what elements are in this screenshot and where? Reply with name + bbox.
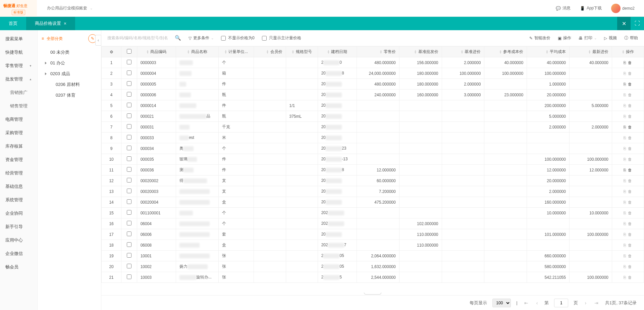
column-header[interactable]: ▲▼会员价	[254, 47, 286, 57]
row-checkbox[interactable]	[127, 124, 131, 129]
next-page-button[interactable]: ›	[583, 300, 588, 306]
prev-page-button[interactable]: ‹	[535, 300, 539, 306]
settings-icon[interactable]: ⚙	[110, 50, 113, 54]
delete-icon[interactable]: 🗑	[628, 189, 632, 194]
copy-icon[interactable]: ⎘	[624, 125, 626, 130]
delete-icon[interactable]: 🗑	[628, 232, 632, 237]
copy-icon[interactable]: ⎘	[624, 232, 626, 237]
copy-icon[interactable]: ⎘	[624, 103, 626, 108]
last-page-button[interactable]: ⇥	[593, 300, 600, 306]
sort-icon[interactable]: ▲▼	[588, 50, 591, 54]
column-header[interactable]: ▲▼商品编码	[137, 47, 176, 57]
delete-icon[interactable]: 🗑	[628, 200, 632, 205]
delete-icon[interactable]: 🗑	[628, 211, 632, 215]
delete-icon[interactable]: 🗑	[628, 60, 632, 65]
copy-icon[interactable]: ⎘	[624, 82, 626, 87]
app-download-link[interactable]: 📱App下载	[580, 5, 602, 11]
sidebar-item[interactable]: 应用中心	[0, 234, 37, 247]
delete-icon[interactable]: 🗑	[628, 125, 632, 130]
column-header[interactable]: ▲▼参考成本价	[484, 47, 527, 57]
sidebar-item[interactable]: 系统管理	[0, 193, 37, 207]
delete-icon[interactable]: 🗑	[628, 103, 632, 108]
search-icon[interactable]: 🔍	[175, 35, 181, 41]
sort-icon[interactable]: ▲▼	[266, 50, 269, 54]
delete-icon[interactable]: 🗑	[628, 146, 632, 151]
row-checkbox[interactable]	[127, 231, 131, 236]
row-checkbox[interactable]	[127, 253, 131, 258]
search-input[interactable]	[107, 34, 181, 43]
delete-icon[interactable]: 🗑	[628, 254, 632, 258]
row-checkbox[interactable]	[127, 135, 131, 140]
delete-icon[interactable]: 🗑	[628, 243, 632, 248]
row-checkbox[interactable]	[127, 167, 131, 172]
delete-icon[interactable]: 🗑	[628, 82, 632, 87]
sort-icon[interactable]: ▲▼	[546, 50, 548, 54]
category-node[interactable]: 00 未分类	[41, 47, 98, 58]
row-checkbox[interactable]	[127, 113, 131, 118]
row-checkbox[interactable]	[127, 156, 131, 161]
delete-icon[interactable]: 🗑	[628, 178, 632, 183]
per-page-select[interactable]: 100	[492, 299, 511, 307]
page-input[interactable]	[554, 299, 568, 307]
column-header[interactable]: ▲▼规格型号	[286, 47, 318, 57]
sort-icon[interactable]: ▲▼	[327, 50, 330, 54]
workspace-select[interactable]: 办公用品行业模拟账套 ⌄	[47, 5, 93, 11]
copy-icon[interactable]: ⎘	[624, 71, 626, 76]
only-main-unit-checkbox[interactable]: 只显示主计量价格	[262, 35, 301, 41]
sidebar-item[interactable]: 搜索菜单	[0, 32, 37, 46]
delete-icon[interactable]: 🗑	[628, 93, 632, 97]
copy-icon[interactable]: ⎘	[624, 114, 626, 119]
sidebar-item[interactable]: 资金管理	[0, 153, 37, 166]
sidebar-item[interactable]: 营销推广	[0, 86, 37, 99]
drag-handle-icon[interactable]	[363, 293, 383, 295]
sidebar-item[interactable]: 经营管理	[0, 166, 37, 180]
hide-zero-price-checkbox[interactable]: 不显示价格为0	[221, 35, 255, 41]
sort-icon[interactable]: ▲▼	[499, 50, 502, 54]
copy-icon[interactable]: ⎘	[624, 93, 626, 97]
copy-icon[interactable]: ⎘	[624, 146, 626, 151]
sidebar-item[interactable]: 电商管理	[0, 113, 37, 126]
operate-button[interactable]: ▣操作	[558, 35, 571, 41]
row-checkbox[interactable]	[127, 242, 131, 247]
select-all-checkbox[interactable]	[127, 49, 131, 54]
delete-icon[interactable]: 🗑	[628, 264, 632, 269]
category-node[interactable]: 0207 体育	[41, 90, 98, 101]
sort-icon[interactable]: ▲▼	[146, 50, 149, 54]
row-checkbox[interactable]	[127, 221, 131, 225]
copy-icon[interactable]: ⎘	[624, 168, 626, 172]
copy-icon[interactable]: ⎘	[624, 275, 626, 280]
sort-icon[interactable]: ▲▼	[380, 50, 382, 54]
close-icon[interactable]: ×	[64, 21, 66, 26]
delete-icon[interactable]: 🗑	[628, 168, 632, 172]
sort-icon[interactable]: ▲▼	[187, 50, 190, 54]
first-page-button[interactable]: ⇤	[523, 300, 530, 306]
sidebar-item[interactable]: 畅会员	[0, 260, 37, 274]
sidebar-item[interactable]: 零售管理▼	[0, 59, 37, 72]
sidebar-item[interactable]: 采购管理	[0, 126, 37, 140]
column-header[interactable]: ▲▼基准批发价	[399, 47, 442, 57]
delete-icon[interactable]: 🗑	[628, 114, 632, 119]
sort-icon[interactable]: ▲▼	[414, 50, 417, 54]
row-checkbox[interactable]	[127, 178, 131, 183]
copy-icon[interactable]: ⎘	[624, 60, 626, 65]
column-header[interactable]: ⚙	[102, 47, 121, 57]
column-header[interactable]: ▲▼计量单位...	[218, 47, 254, 57]
row-checkbox[interactable]	[127, 146, 131, 150]
row-checkbox[interactable]	[127, 210, 131, 215]
row-checkbox[interactable]	[127, 60, 131, 64]
sort-icon[interactable]: ▲▼	[292, 50, 294, 54]
copy-icon[interactable]: ⎘	[624, 189, 626, 194]
column-header[interactable]: ▲▼建档日期	[318, 47, 357, 57]
video-button[interactable]: ▷视频	[604, 35, 617, 41]
user-menu[interactable]: demo2	[611, 4, 635, 13]
column-header[interactable]: ▲▼零售价	[357, 47, 399, 57]
column-header[interactable]: ▲▼商品名称	[176, 47, 218, 57]
sidebar-item[interactable]: 企业协同	[0, 207, 37, 220]
copy-icon[interactable]: ⎘	[624, 254, 626, 258]
row-checkbox[interactable]	[127, 81, 131, 86]
row-checkbox[interactable]	[127, 103, 131, 107]
copy-icon[interactable]: ⎘	[624, 157, 626, 162]
column-header[interactable]: ▲▼最新进价	[569, 47, 612, 57]
sidebar-item[interactable]: 新手引导	[0, 220, 37, 234]
sort-icon[interactable]: ▲▼	[224, 50, 227, 54]
